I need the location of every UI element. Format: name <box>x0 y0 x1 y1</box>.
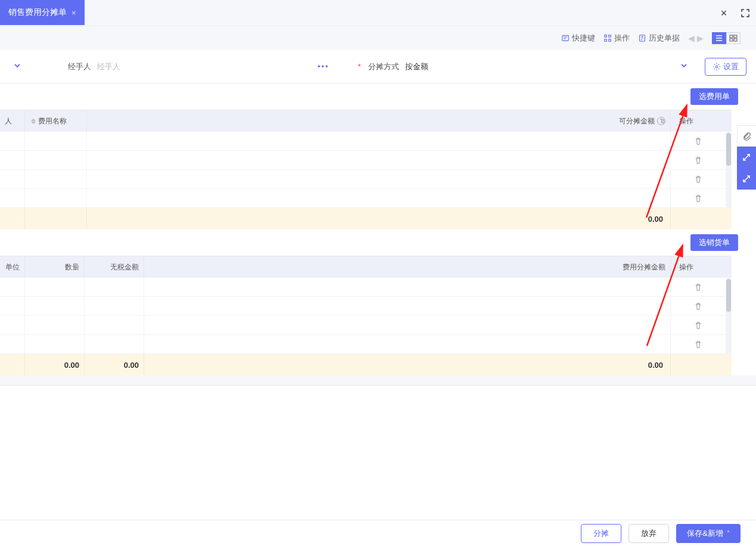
table-row <box>0 132 732 151</box>
settings-label: 设置 <box>723 61 739 72</box>
col-notax-amount[interactable]: 无税金额 <box>85 256 144 278</box>
pager-prev-icon[interactable]: ◀ <box>688 33 695 43</box>
col-trunc[interactable]: 人 <box>0 110 25 132</box>
table-header: 单位 数量 无税金额 费用分摊金额 操作 <box>0 256 732 278</box>
allocate-button[interactable]: 分摊 <box>581 524 621 543</box>
select-expense-button[interactable]: 选费用单 <box>690 88 738 105</box>
expand-icon-2[interactable] <box>737 168 756 190</box>
expense-section: 选费用单 人 费用名称 可分摊金额 ? 操作 0.00 <box>0 83 756 229</box>
svg-rect-9 <box>734 39 737 41</box>
total-notax: 0.00 <box>85 354 144 376</box>
table-row <box>0 278 732 297</box>
settings-button[interactable]: 设置 <box>705 58 746 76</box>
col-operate: 操作 <box>671 110 726 132</box>
close-all-button[interactable]: × <box>713 0 735 26</box>
trash-icon[interactable] <box>694 156 702 165</box>
svg-rect-8 <box>730 39 733 41</box>
svg-rect-4 <box>609 39 611 42</box>
trash-icon[interactable] <box>694 175 702 184</box>
sales-table: 单位 数量 无税金额 费用分摊金额 操作 0.00 0.00 0.00 <box>0 256 732 376</box>
history-label: 历史单据 <box>649 33 680 44</box>
method-field: * 分摊方式 按金额 <box>358 61 688 72</box>
tab-active[interactable]: 销售费用分摊单 × <box>0 0 85 25</box>
svg-rect-6 <box>730 35 733 38</box>
total-allocatable-amount: 0.00 <box>87 208 671 229</box>
form-row: 经手人 ••• * 分摊方式 按金额 设置 <box>0 50 756 83</box>
trash-icon[interactable] <box>694 321 702 330</box>
method-label: 分摊方式 <box>368 61 399 72</box>
fullscreen-icon[interactable] <box>735 0 756 26</box>
scrollbar[interactable] <box>726 132 732 208</box>
table-total-row: 0.00 <box>0 208 732 229</box>
svg-rect-0 <box>562 36 569 41</box>
scrollbar[interactable] <box>726 278 732 354</box>
handler-input[interactable] <box>97 62 312 71</box>
required-mark: * <box>358 62 361 71</box>
pager-next-icon[interactable]: ▶ <box>697 33 704 43</box>
svg-rect-2 <box>609 35 611 38</box>
table-row <box>0 335 732 354</box>
handler-field: 经手人 ••• <box>68 61 329 72</box>
float-tools <box>737 125 756 190</box>
save-and-new-button[interactable]: 保存&新增 ˄ <box>676 524 741 543</box>
trash-icon[interactable] <box>694 302 702 311</box>
table-row <box>0 170 732 189</box>
trash-icon[interactable] <box>694 194 702 203</box>
tab-title: 销售费用分摊单 <box>8 7 67 18</box>
pager: ◀ ▶ <box>688 33 704 43</box>
col-expense-name[interactable]: 费用名称 <box>25 110 87 132</box>
table-body <box>0 278 732 354</box>
table-row <box>0 151 732 170</box>
col-quantity[interactable]: 数量 <box>25 256 85 278</box>
col-operate: 操作 <box>671 256 726 278</box>
shortcut-label: 快捷键 <box>572 33 595 44</box>
toolbar: 快捷键 操作 历史单据 ◀ ▶ <box>0 26 756 50</box>
table-row <box>0 297 732 316</box>
attachment-icon[interactable] <box>737 125 756 147</box>
table-total-row: 0.00 0.00 0.00 <box>0 354 732 376</box>
view-grid-button[interactable] <box>726 32 741 44</box>
expand-icon[interactable] <box>737 147 756 168</box>
view-toggle <box>712 32 741 44</box>
col-alloc-amount[interactable]: 费用分摊金额 <box>144 256 671 278</box>
method-value[interactable]: 按金额 <box>405 61 670 72</box>
operate-link[interactable]: 操作 <box>603 33 630 44</box>
chevron-up-icon: ˄ <box>727 530 730 536</box>
col-unit[interactable]: 单位 <box>0 256 25 278</box>
help-icon[interactable]: ? <box>657 117 665 125</box>
total-alloc: 0.00 <box>144 354 671 376</box>
svg-rect-7 <box>734 35 737 38</box>
shortcut-link[interactable]: 快捷键 <box>561 33 595 44</box>
table-body <box>0 132 732 208</box>
svg-point-10 <box>715 66 718 68</box>
table-header: 人 费用名称 可分摊金额 ? 操作 <box>0 110 732 132</box>
discard-button[interactable]: 放弃 <box>629 524 669 543</box>
trash-icon[interactable] <box>694 137 702 145</box>
trash-icon[interactable] <box>694 340 702 349</box>
select-sales-button[interactable]: 选销货单 <box>690 234 738 251</box>
total-quantity: 0.00 <box>25 354 85 376</box>
table-row <box>0 189 732 208</box>
col-allocatable-amount[interactable]: 可分摊金额 ? <box>87 110 671 132</box>
svg-rect-3 <box>605 39 607 42</box>
svg-rect-1 <box>605 35 607 38</box>
tab-bar: 销售费用分摊单 × × <box>0 0 756 26</box>
chevron-down-icon[interactable] <box>10 61 25 72</box>
more-icon[interactable]: ••• <box>318 62 329 71</box>
table-row <box>0 316 732 335</box>
view-list-button[interactable] <box>712 32 726 44</box>
history-link[interactable]: 历史单据 <box>638 33 680 44</box>
operate-label: 操作 <box>614 33 630 44</box>
footer-bar: 分摊 放弃 保存&新增 ˄ <box>0 520 756 546</box>
memo-area <box>0 385 756 409</box>
gap <box>0 376 756 385</box>
chevron-down-icon[interactable] <box>680 61 688 72</box>
trash-icon[interactable] <box>694 283 702 291</box>
handler-label: 经手人 <box>68 61 91 72</box>
sales-section: 选销货单 单位 数量 无税金额 费用分摊金额 操作 0.00 0.00 0.00 <box>0 229 756 376</box>
expense-table: 人 费用名称 可分摊金额 ? 操作 0.00 <box>0 110 732 229</box>
close-icon[interactable]: × <box>71 8 76 17</box>
